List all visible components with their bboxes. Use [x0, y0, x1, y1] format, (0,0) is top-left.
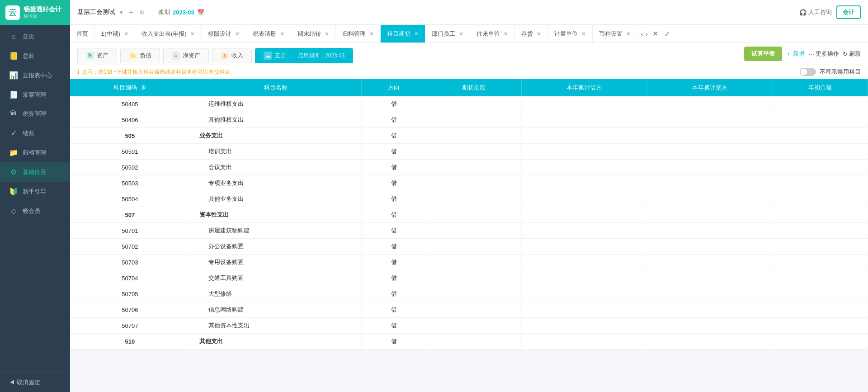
cell-code: 50705 [70, 286, 190, 302]
add-tab-button[interactable]: ＋ [127, 8, 135, 17]
tab-partner-close[interactable]: ✕ [504, 31, 508, 37]
support-button[interactable]: 🎧 人工咨询 [799, 8, 832, 16]
tab-home[interactable]: 首页 [70, 25, 95, 43]
cell-name: 会议支出 [190, 160, 361, 175]
tab-unit-close[interactable]: ✕ [581, 31, 586, 37]
sidebar-item-home[interactable]: ⌂ 首页 [0, 27, 70, 46]
sidebar-item-archive[interactable]: 📁 归档管理 [0, 143, 70, 162]
sidebar-item-member[interactable]: ◇ 畅会员 [0, 201, 70, 221]
col-direction: 方向 [362, 79, 426, 96]
actions-group: 试算平衡 ＋ 新增 ⋯ 更多操作 ↻ 刷新 [744, 47, 861, 65]
balance-button[interactable]: 试算平衡 [744, 47, 782, 61]
cell-direction: 借 [362, 96, 426, 112]
tab-income-close[interactable]: ✕ [190, 31, 195, 37]
subtab-expense[interactable]: ☁ 支出 启用期间：2023.03 [255, 48, 353, 63]
cell-direction: 借 [362, 207, 426, 223]
tab-inventory-label: 存货 [521, 30, 533, 38]
tab-partner[interactable]: 往来单位 ✕ [470, 25, 515, 43]
table-row: 50504其他业务支出借 [70, 191, 868, 207]
tab-template-close[interactable]: ✕ [235, 31, 240, 37]
subtab-liability[interactable]: 负 负债 [120, 48, 160, 63]
tab-expand-button[interactable]: ⤢ [662, 29, 673, 38]
cell-name: 其他资本性支出 [190, 318, 361, 334]
more-button[interactable]: ⋯ 更多操作 [808, 50, 839, 58]
tab-archive[interactable]: 归档管理 ✕ [336, 25, 381, 43]
tab-unit-label: 计量单位 [554, 30, 578, 38]
tab-period[interactable]: £(中期) ✕ [95, 25, 135, 43]
tab-period-close[interactable]: ✕ [124, 31, 128, 37]
tab-income[interactable]: 收入支出表(年报) ✕ [135, 25, 202, 43]
more-label: 更多操作 [816, 50, 839, 58]
tab-inventory-close[interactable]: ✕ [537, 31, 541, 37]
cell-debit-ytd [521, 160, 647, 175]
tab-prev-button[interactable]: ‹ [640, 29, 644, 38]
cell-credit-ytd [647, 207, 773, 223]
cell-code: 50406 [70, 112, 190, 128]
cell-opening [426, 128, 521, 144]
refresh-button[interactable]: ↻ 刷新 [843, 50, 861, 58]
table-row: 50704交通工具购置借 [70, 270, 868, 286]
tab-archive-label: 归档管理 [342, 30, 366, 38]
tab-currency-close[interactable]: ✕ [626, 31, 631, 37]
cell-direction: 借 [362, 334, 426, 349]
table-container: 科目编码 ⚙ 科目名称 方向 期初余额 本年累计借方 本年累计贷方 年初余额 5… [70, 79, 868, 392]
archive-icon: 📁 [9, 148, 18, 157]
tab-dept-close[interactable]: ✕ [459, 31, 463, 37]
sidebar-item-ledger[interactable]: 📒 总账 [0, 46, 70, 66]
cell-name: 其他业务支出 [190, 191, 361, 207]
col-settings-icon[interactable]: ⚙ [141, 84, 146, 91]
sidebar-item-settings[interactable]: ⚙ 基础设置 [0, 162, 70, 182]
sidebar-item-guide[interactable]: 🔰 新手引导 [0, 182, 70, 201]
tab-yearend[interactable]: 期末结转 ✕ [291, 25, 336, 43]
subtab-asset-label: 资产 [97, 52, 108, 60]
settings-gear-icon[interactable]: ⚙ [139, 9, 145, 16]
tab-subject[interactable]: 科目期初 ✕ [381, 25, 425, 43]
subtabs-group: 资 资产 负 负债 ≡ 净资产 ◎ 收入 ☁ 支出 启用 [77, 48, 744, 63]
cell-direction: 借 [362, 270, 426, 286]
sidebar-pin-button[interactable]: ◀ 取消固定 [0, 373, 70, 392]
subtab-income[interactable]: ◎ 收入 [212, 48, 252, 63]
cell-credit-ytd [647, 318, 773, 334]
tab-currency[interactable]: 币种设置 ✕ [593, 25, 637, 43]
tab-taxclear-close[interactable]: ✕ [280, 31, 284, 37]
tab-dept[interactable]: 部门员工 ✕ [425, 25, 470, 43]
tab-close-all-button[interactable]: ✕ [650, 28, 661, 39]
sidebar-item-report[interactable]: 📊 云报表中心 [0, 66, 70, 85]
tab-archive-close[interactable]: ✕ [369, 31, 374, 37]
subtab-asset[interactable]: 资 资产 [77, 48, 117, 63]
tab-dept-label: 部门员工 [432, 30, 455, 38]
subjects-table: 科目编码 ⚙ 科目名称 方向 期初余额 本年累计借方 本年累计贷方 年初余额 5… [70, 79, 868, 349]
subtab-net[interactable]: ≡ 净资产 [163, 48, 209, 63]
sidebar-item-tax[interactable]: 🏛 税务管理 [0, 104, 70, 123]
cell-year-opening [773, 223, 868, 239]
period-info: 账期 2023-03 📅 [158, 8, 204, 16]
tab-inventory[interactable]: 存货 ✕ [515, 25, 548, 43]
table-row: 50701房屋建筑物购建借 [70, 223, 868, 239]
calendar-icon[interactable]: 📅 [197, 9, 204, 16]
tab-yearend-close[interactable]: ✕ [325, 31, 329, 37]
cell-code: 50405 [70, 96, 190, 112]
tab-period-label: £(中期) [101, 30, 120, 38]
tab-subject-close[interactable]: ✕ [414, 31, 419, 37]
cell-debit-ytd [521, 175, 647, 191]
tab-partner-label: 往来单位 [476, 30, 500, 38]
tab-next-button[interactable]: › [645, 29, 649, 38]
cell-opening [426, 223, 521, 239]
tab-taxclear[interactable]: 税表清册 ✕ [246, 25, 291, 43]
disable-toggle[interactable] [800, 68, 816, 76]
tipbar: ℹ 提示：按Ctrl + F键并输入科目编码或者科目名称可以查找科目。 不显示禁… [70, 65, 868, 79]
cell-opening [426, 270, 521, 286]
tab-template[interactable]: 模版设计 ✕ [202, 25, 246, 43]
cell-name: 办公设备购置 [190, 239, 361, 255]
sidebar-item-checkout[interactable]: ✓ 结账 [0, 123, 70, 143]
account-button[interactable]: 会计 [836, 5, 861, 19]
subtab-expense-label: 支出 [274, 52, 286, 60]
home-icon: ⌂ [9, 33, 18, 41]
tab-unit[interactable]: 计量单位 ✕ [548, 25, 593, 43]
cell-credit-ytd [647, 112, 773, 128]
cell-opening [426, 334, 521, 349]
dropdown-icon[interactable]: ▾ [120, 9, 123, 16]
sidebar-item-invoice[interactable]: 🧾 发票管理 [0, 85, 70, 104]
liability-icon: 负 [129, 52, 137, 60]
add-button[interactable]: ＋ 新增 [786, 50, 805, 58]
